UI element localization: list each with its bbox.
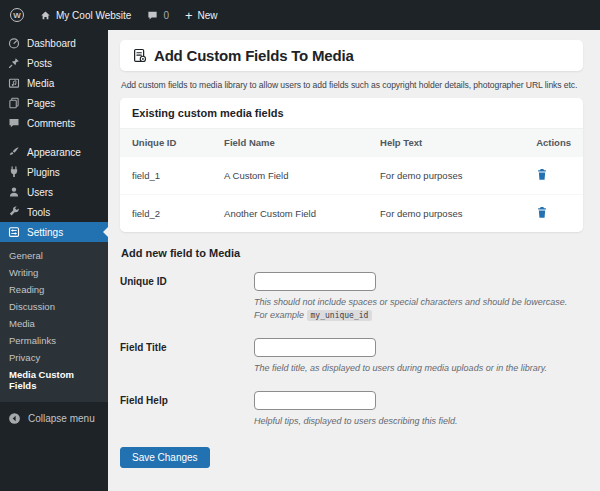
main-content: Add Custom Fields To Media Add custom fi… [108,30,600,491]
trash-icon [536,168,548,181]
unique-id-label: Unique ID [120,272,254,322]
site-name-link[interactable]: My Cool Website [40,10,131,21]
wrench-icon [8,206,20,218]
comments-icon [8,117,20,129]
collapse-menu-label: Collapse menu [28,413,95,424]
unique-id-input[interactable] [254,272,376,291]
site-name: My Cool Website [56,10,131,21]
cell-field-name: A Custom Field [212,157,368,195]
existing-fields-heading: Existing custom media fields [120,98,583,129]
sidebar-item-label: Settings [27,227,63,238]
admin-bar: W My Cool Website 0 + New [0,0,600,30]
admin-sidebar: Dashboard Posts Media Pages [0,30,108,491]
admin-menu: Dashboard Posts Media Pages [0,30,108,431]
submenu-item-discussion[interactable]: Discussion [0,298,108,315]
table-row: field_1 A Custom Field For demo purposes [120,157,583,195]
comment-bubble-icon [147,10,158,21]
sidebar-item-label: Comments [27,118,75,129]
collapse-menu-button[interactable]: Collapse menu [0,406,108,431]
unique-id-example-code: my_unique_id [307,310,373,321]
submenu-item-reading[interactable]: Reading [0,281,108,298]
field-help-input[interactable] [254,391,376,410]
column-header-unique-id: Unique ID [120,129,212,157]
submenu-item-permalinks[interactable]: Permalinks [0,332,108,349]
cell-help-text: For demo purposes [368,157,524,195]
column-header-help-text: Help Text [368,129,524,157]
sidebar-item-label: Plugins [27,167,60,178]
wordpress-menu[interactable]: W [10,8,24,22]
media-icon [8,77,20,89]
save-changes-button[interactable]: Save Changes [120,447,210,468]
cell-unique-id: field_1 [120,157,212,195]
sidebar-item-settings[interactable]: Settings [0,222,108,242]
sidebar-item-media[interactable]: Media [0,73,108,93]
unique-id-help-line1: This should not include spaces or specia… [254,297,567,307]
add-field-form: Unique ID This should not include spaces… [120,272,583,468]
cell-field-name: Another Custom Field [212,195,368,233]
page-title: Add Custom Fields To Media [154,47,354,64]
table-header-row: Unique ID Field Name Help Text Actions [120,129,583,157]
sidebar-item-users[interactable]: Users [0,182,108,202]
sidebar-item-label: Media [27,78,54,89]
sidebar-item-label: Posts [27,58,52,69]
sidebar-item-dashboard[interactable]: Dashboard [0,33,108,53]
delete-field-button[interactable] [536,206,548,219]
page-title-card: Add Custom Fields To Media [120,40,583,71]
submenu-item-general[interactable]: General [0,247,108,264]
page-description: Add custom fields to media library to al… [121,80,582,90]
home-icon [40,10,51,21]
sidebar-item-label: Pages [27,98,55,109]
cell-unique-id: field_2 [120,195,212,233]
new-content-menu[interactable]: + New [185,9,218,22]
column-header-actions: Actions [524,129,583,157]
dashboard-icon [8,37,20,49]
new-label: New [198,10,218,21]
submenu-item-media[interactable]: Media [0,315,108,332]
table-row: field_2 Another Custom Field For demo pu… [120,195,583,233]
pushpin-icon [8,57,20,69]
document-gear-icon [132,48,147,63]
field-title-row: Field Title The field title, as displaye… [120,338,583,375]
submenu-item-privacy[interactable]: Privacy [0,349,108,366]
field-help-label: Field Help [120,391,254,428]
field-help-row: Field Help Helpful tips, displayed to us… [120,391,583,428]
settings-icon [8,226,20,238]
add-field-heading: Add new field to Media [121,247,582,259]
submenu-item-media-custom-fields[interactable]: Media Custom Fields [0,366,108,394]
delete-field-button[interactable] [536,168,548,181]
comments-shortcut[interactable]: 0 [147,10,169,21]
field-title-label: Field Title [120,338,254,375]
sidebar-item-label: Tools [27,207,50,218]
submenu-item-writing[interactable]: Writing [0,264,108,281]
sidebar-item-appearance[interactable]: Appearance [0,142,108,162]
existing-fields-table: Unique ID Field Name Help Text Actions f… [120,129,583,232]
sidebar-item-pages[interactable]: Pages [0,93,108,113]
sidebar-item-posts[interactable]: Posts [0,53,108,73]
unique-id-help-example-prefix: For example [254,310,304,320]
plugin-icon [8,166,20,178]
unique-id-help: This should not include spaces or specia… [254,296,567,322]
sidebar-item-label: Dashboard [27,38,76,49]
unique-id-row: Unique ID This should not include spaces… [120,272,583,322]
sidebar-item-label: Users [27,187,53,198]
sidebar-item-comments[interactable]: Comments [0,113,108,133]
existing-fields-card: Existing custom media fields Unique ID F… [120,98,583,232]
pages-icon [8,97,20,109]
field-title-input[interactable] [254,338,376,357]
wordpress-logo-icon: W [10,8,24,22]
settings-submenu: General Writing Reading Discussion Media… [0,242,108,402]
sidebar-item-label: Appearance [27,147,81,158]
cell-help-text: For demo purposes [368,195,524,233]
user-icon [8,186,20,198]
collapse-arrow-icon [8,412,21,425]
plus-icon: + [185,9,193,22]
sidebar-item-plugins[interactable]: Plugins [0,162,108,182]
column-header-field-name: Field Name [212,129,368,157]
comment-count: 0 [163,10,169,21]
sidebar-item-tools[interactable]: Tools [0,202,108,222]
field-title-help: The field title, as displayed to users d… [254,362,547,375]
trash-icon [536,206,548,219]
field-help-help: Helpful tips, displayed to users describ… [254,415,458,428]
brush-icon [8,146,20,158]
